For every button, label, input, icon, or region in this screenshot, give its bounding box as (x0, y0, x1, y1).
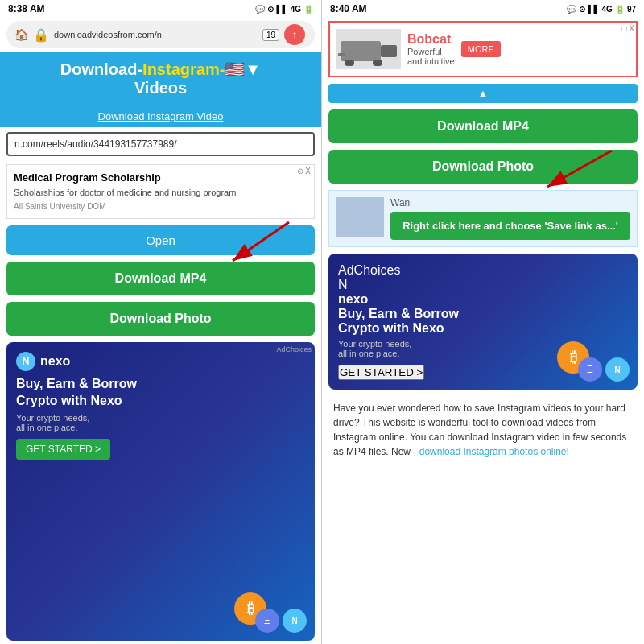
battery-icon: 🔋 (303, 5, 313, 14)
network-icon-r: ▌▌ (588, 5, 599, 14)
right-nexo-logo: N nexo (338, 278, 628, 307)
left-adchoices: AdChoices (276, 345, 312, 353)
nexo-coin: N (283, 609, 307, 633)
home-icon: 🏠 (14, 28, 28, 41)
url-display: downloadvideosfrom.com/n (54, 30, 258, 39)
svg-rect-3 (341, 41, 381, 61)
open-button[interactable]: Open (6, 225, 315, 255)
save-link-right: Wan Right click here and choose 'Save li… (390, 197, 630, 240)
svg-rect-10 (336, 197, 384, 237)
bobcat-ad: Bobcat Powerfuland intuitive MORE □ X (328, 21, 638, 77)
battery-percent-r: 97 (627, 5, 636, 14)
eth-coin: Ξ (255, 609, 279, 633)
whatsapp-icon: 💬 (255, 5, 265, 14)
ad-description: Scholarships for doctor of medicine and … (14, 187, 308, 198)
left-ad-banner: ⊙ X Medical Program Scholarship Scholars… (6, 164, 315, 219)
svg-rect-7 (338, 53, 345, 56)
ad-close-icon[interactable]: ⊙ X (297, 167, 311, 175)
site-header: Download-Instagram-🇺🇸▼ Videos (0, 52, 321, 105)
left-address-bar[interactable]: 🏠 🔒 downloadvideosfrom.com/n 19 ↑ (6, 21, 315, 48)
lock-icon: 🔒 (33, 27, 49, 43)
svg-rect-6 (373, 60, 382, 66)
right-status-bar: 8:40 AM 💬 ⊙ ▌▌ 4G 🔋 97 (322, 0, 644, 18)
left-time: 8:38 AM (8, 3, 45, 14)
nexo-coins-decoration: Ξ N (255, 609, 307, 633)
thumb-svg (336, 197, 384, 237)
signal-icon: ⊙ (267, 5, 274, 14)
nexo-icon: N (16, 352, 35, 371)
right-nexo-icon: N (338, 278, 628, 292)
right-nexo-coins: Ξ N (578, 357, 630, 382)
4g-icon: 4G (291, 5, 301, 14)
ad-source: All Saints University DOM (14, 201, 308, 212)
svg-rect-5 (345, 60, 354, 66)
share-icon[interactable]: ↑ (284, 24, 305, 45)
bobcat-text: Bobcat Powerfuland intuitive (407, 32, 455, 66)
whatsapp-icon-r: 💬 (567, 5, 576, 14)
save-link-button[interactable]: Right click here and choose 'Save link a… (390, 212, 630, 240)
save-link-wrapper: Wan Right click here and choose 'Save li… (322, 187, 644, 250)
site-title: Download-Instagram-🇺🇸▼ Videos (8, 60, 313, 97)
right-nexo-cta-button[interactable]: GET STARTED > (338, 365, 424, 380)
right-eth: Ξ (578, 357, 602, 382)
nexo-subtitle: Your crypto needs,all in one place. (16, 413, 305, 432)
bobcat-close-icon[interactable]: □ X (622, 24, 635, 33)
bobcat-more-button[interactable]: MORE (461, 41, 501, 57)
save-link-user: Wan (390, 197, 630, 208)
red-arrow-right (531, 147, 628, 195)
4g-icon-r: 4G (602, 5, 613, 14)
left-subtitle: Download Instagram Video (0, 105, 321, 127)
right-adchoices: AdChoices (338, 263, 400, 277)
flag-icon: 🇺🇸 (225, 60, 245, 78)
svg-rect-4 (381, 45, 397, 57)
save-link-section: Wan Right click here and choose 'Save li… (328, 190, 638, 247)
network-icon: ▌▌ (276, 5, 287, 14)
right-phone: 8:40 AM 💬 ⊙ ▌▌ 4G 🔋 97 Bobcat Powerfulan… (322, 0, 644, 644)
signal-icon-r: ⊙ (579, 5, 585, 14)
right-nexo-ad: AdChoices N nexo Buy, Earn & BorrowCrypt… (328, 254, 638, 390)
svg-line-9 (547, 151, 612, 187)
right-nexo-title: Buy, Earn & BorrowCrypto with Nexo (338, 307, 628, 336)
tab-count[interactable]: 19 (262, 29, 279, 41)
url-input[interactable]: n.com/reels/audio/344193157737989/ (6, 132, 315, 156)
right-download-mp4-button[interactable]: Download MP4 (328, 109, 638, 143)
ad-title: Medical Program Scholarship (14, 171, 308, 184)
nexo-title: Buy, Earn & BorrowCrypto with Nexo (16, 376, 305, 410)
left-nexo-ad: AdChoices N nexo Buy, Earn & BorrowCrypt… (6, 342, 315, 641)
left-download-mp4-button[interactable]: Download MP4 (6, 262, 315, 295)
collapse-icon: ▲ (477, 87, 489, 100)
left-status-bar: 8:38 AM 💬 ⊙ ▌▌ 4G 🔋 (0, 0, 321, 18)
nexo-logo: N nexo (16, 352, 305, 371)
right-time: 8:40 AM (330, 3, 367, 14)
right-status-icons: 💬 ⊙ ▌▌ 4G 🔋 97 (567, 5, 636, 14)
collapse-bar[interactable]: ▲ (328, 84, 638, 103)
nexo-cta-button[interactable]: GET STARTED > (16, 439, 110, 460)
left-download-photo-button[interactable]: Download Photo (6, 302, 315, 336)
article-text: Have you ever wondered how to save Insta… (328, 396, 638, 464)
left-buttons-section: Download MP4 Download Photo (0, 258, 321, 339)
left-status-icons: 💬 ⊙ ▌▌ 4G 🔋 (255, 5, 313, 14)
bobcat-image (336, 29, 401, 69)
right-nexo-coin: N (605, 357, 630, 382)
save-link-thumbnail (336, 197, 384, 237)
left-phone: 8:38 AM 💬 ⊙ ▌▌ 4G 🔋 🏠 🔒 downloadvideosfr… (0, 0, 322, 644)
bobcat-title: Powerfuland intuitive (407, 47, 455, 66)
bobcat-logo: Bobcat (407, 32, 455, 47)
article-link[interactable]: download Instagram photos online! (419, 446, 569, 457)
battery-icon-r: 🔋 (615, 5, 625, 14)
bobcat-svg (336, 29, 401, 69)
